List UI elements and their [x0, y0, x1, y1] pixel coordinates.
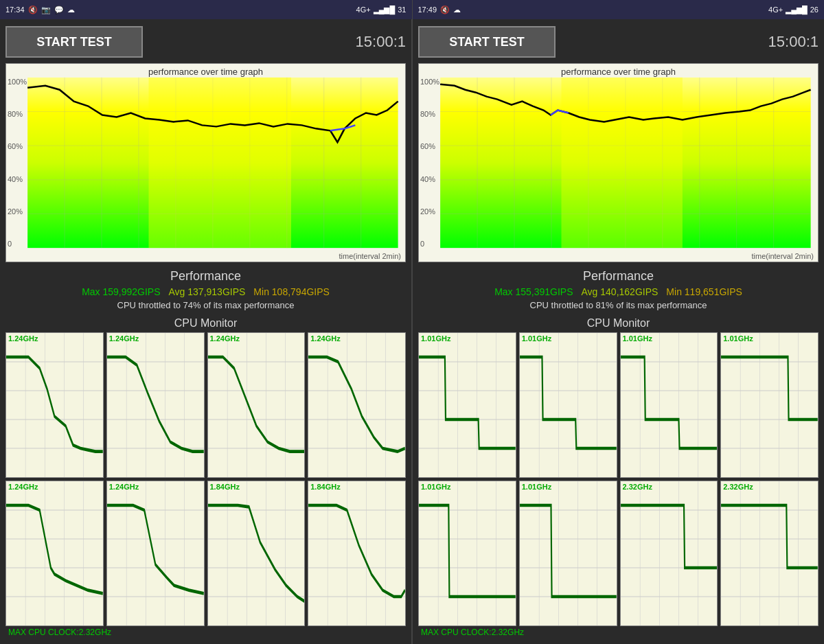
left-signal-label: 4G+	[356, 5, 371, 14]
left-cpu-freq-4: 1.24GHz	[8, 483, 38, 491]
left-cpu-monitor-title: CPU Monitor	[5, 317, 406, 330]
svg-rect-101	[562, 78, 683, 248]
left-status-right: 4G+ ▂▄▆█ 31	[356, 5, 407, 14]
right-cloud-icon: ☁	[453, 5, 461, 14]
right-graph-title: performance over time graph	[419, 67, 818, 77]
left-msg-icon: 💬	[54, 5, 64, 14]
right-cpu-monitor-title: CPU Monitor	[418, 317, 819, 330]
left-cpu-freq-3: 1.24GHz	[310, 334, 340, 343]
right-cpu-freq-5: 1.01GHz	[522, 483, 551, 491]
left-cpu-cell-7: 1.84GHz	[308, 481, 406, 626]
right-cpu-freq-4: 1.01GHz	[421, 483, 450, 491]
status-bars: 17:34 🔇 📷 💬 ☁ 4G+ ▂▄▆█ 31 17:49 🔇 ☁ 4G+ …	[0, 0, 824, 19]
right-mute-icon: 🔇	[440, 5, 450, 14]
left-timer: 15:00:1	[356, 33, 406, 51]
left-status-left: 17:34 🔇 📷 💬 ☁	[5, 5, 75, 14]
right-cpu-cell-2: 1.01GHz	[620, 332, 718, 478]
right-cpu-cell-6: 2.32GHz	[620, 481, 718, 626]
svg-rect-14	[149, 78, 292, 248]
right-performance-graph	[419, 64, 818, 262]
left-max-cpu-clock: MAX CPU CLOCK:2.32GHz	[5, 626, 406, 639]
right-cpu-monitor: CPU Monitor 1.01GHz	[418, 317, 819, 639]
left-perf-max: Max 159,992GIPS	[82, 286, 160, 297]
left-cpu-freq-1: 1.24GHz	[109, 334, 139, 343]
left-perf-min: Min 108,794GIPS	[253, 286, 330, 297]
right-battery: 26	[810, 5, 819, 14]
left-cpu-monitor: CPU Monitor 1.24GHz	[5, 317, 406, 639]
left-perf-title: Performance	[5, 269, 406, 284]
left-signal-bars: ▂▄▆█	[374, 5, 396, 14]
right-cpu-freq-2: 1.01GHz	[623, 334, 652, 343]
left-cpu-freq-0: 1.24GHz	[8, 334, 38, 343]
svg-rect-78	[308, 481, 405, 625]
right-perf-stats: Max 155,391GIPS Avg 140,162GIPS Min 119,…	[418, 286, 819, 297]
left-cpu-cell-2: 1.24GHz	[207, 332, 306, 478]
right-timer: 15:00:1	[768, 33, 819, 51]
right-graph-container: performance over time graph 100% 80% 60%…	[418, 63, 819, 262]
svg-rect-120	[621, 333, 718, 477]
left-cpu-freq-5: 1.24GHz	[109, 483, 139, 491]
left-cpu-freq-6: 1.84GHz	[210, 483, 240, 491]
right-panel: START TEST 15:00:1 performance over time…	[413, 19, 824, 644]
right-cpu-cell-1: 1.01GHz	[519, 332, 617, 478]
svg-rect-15	[6, 333, 103, 477]
right-status-bar: 17:49 🔇 ☁ 4G+ ▂▄▆█ 26	[413, 0, 825, 19]
left-throttle-text: CPU throttled to 74% of its max performa…	[5, 300, 406, 310]
right-start-test-button[interactable]: START TEST	[418, 26, 556, 58]
left-time: 17:34	[5, 5, 25, 14]
left-performance-graph	[6, 64, 405, 262]
right-status-right: 4G+ ▂▄▆█ 26	[768, 5, 819, 14]
svg-rect-129	[721, 333, 818, 477]
right-cpu-grid: 1.01GHz	[418, 332, 819, 626]
main-panels: START TEST 15:00:1 performance over time…	[0, 19, 824, 644]
right-perf-avg: Avg 140,162GIPS	[582, 286, 659, 297]
right-cpu-freq-3: 1.01GHz	[723, 334, 753, 343]
left-start-test-button[interactable]: START TEST	[5, 26, 143, 58]
left-cpu-freq-2: 1.24GHz	[210, 334, 240, 343]
left-battery: 31	[398, 5, 406, 14]
left-mute-icon: 🔇	[28, 5, 38, 14]
left-perf-stats: Max 159,992GIPS Avg 137,913GIPS Min 108,…	[5, 286, 406, 297]
right-panel-header: START TEST 15:00:1	[418, 25, 819, 59]
left-cam-icon: 📷	[41, 5, 51, 14]
left-cpu-grid: 1.24GHz 1.24GHz	[5, 332, 406, 626]
left-cpu-cell-0: 1.24GHz	[5, 332, 104, 478]
svg-rect-138	[419, 481, 516, 625]
left-cpu-cell-4: 1.24GHz	[5, 481, 104, 626]
right-cpu-cell-3: 1.01GHz	[720, 332, 819, 478]
right-cpu-freq-7: 2.32GHz	[723, 483, 753, 491]
left-cpu-freq-7: 1.84GHz	[310, 483, 340, 491]
left-cpu-cell-5: 1.24GHz	[106, 481, 205, 626]
left-y-axis: 100% 80% 60% 40% 20% 0	[8, 78, 27, 248]
left-panel: START TEST 15:00:1 performance over time…	[0, 19, 412, 644]
left-cpu-cell-6: 1.84GHz	[207, 481, 306, 626]
right-throttle-text: CPU throttled to 81% of its max performa…	[418, 300, 819, 310]
left-cloud-icon: ☁	[67, 5, 75, 14]
right-cpu-cell-5: 1.01GHz	[519, 481, 617, 626]
left-panel-header: START TEST 15:00:1	[5, 25, 406, 59]
svg-rect-165	[721, 481, 818, 625]
svg-rect-102	[419, 333, 516, 477]
right-perf-max: Max 155,391GIPS	[494, 286, 573, 297]
left-performance-section: Performance Max 159,992GIPS Avg 137,913G…	[5, 266, 406, 313]
right-status-left: 17:49 🔇 ☁	[418, 5, 461, 14]
svg-rect-69	[208, 481, 305, 625]
left-perf-avg: Avg 137,913GIPS	[169, 286, 246, 297]
right-cpu-freq-1: 1.01GHz	[522, 334, 551, 343]
right-performance-section: Performance Max 155,391GIPS Avg 140,162G…	[418, 266, 819, 313]
right-cpu-cell-7: 2.32GHz	[720, 481, 819, 626]
svg-rect-111	[520, 333, 617, 477]
svg-rect-24	[107, 333, 204, 477]
right-x-axis-label: time(interval 2min)	[752, 252, 814, 260]
right-cpu-cell-4: 1.01GHz	[418, 481, 516, 626]
right-max-cpu-clock: MAX CPU CLOCK:2.32GHz	[418, 626, 819, 639]
right-time: 17:49	[418, 5, 437, 14]
left-graph-title: performance over time graph	[6, 67, 405, 77]
right-perf-title: Performance	[418, 269, 819, 284]
right-signal-bars: ▂▄▆█	[786, 5, 808, 14]
svg-rect-51	[6, 481, 103, 625]
right-signal-label: 4G+	[768, 5, 783, 14]
svg-rect-156	[621, 481, 718, 625]
left-x-axis-label: time(interval 2min)	[339, 252, 401, 260]
svg-rect-147	[520, 481, 617, 625]
